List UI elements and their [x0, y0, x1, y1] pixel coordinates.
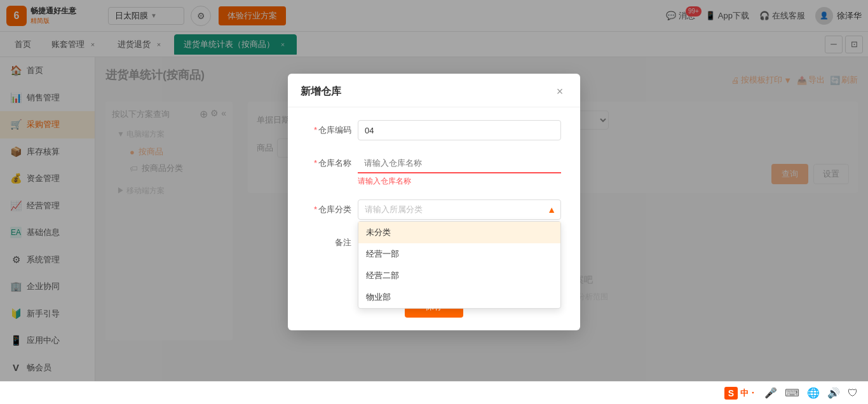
name-label: 仓库名称: [307, 153, 358, 173]
name-error-row: 请输入仓库名称: [358, 176, 411, 187]
name-error-msg: 请输入仓库名称: [358, 177, 411, 185]
keyboard-icon[interactable]: ⌨: [785, 387, 799, 399]
code-input[interactable]: [358, 120, 561, 140]
dialog-title: 新增仓库: [301, 85, 341, 98]
s-label: 中・: [740, 387, 757, 399]
category-label: 仓库分类: [307, 199, 358, 220]
category-dropdown: 未分类 经营一部 经营二部 物业部: [358, 221, 561, 309]
mic-icon[interactable]: 🎤: [764, 387, 777, 399]
s-logo-area: S 中・: [724, 387, 757, 400]
s-logo: S: [724, 387, 738, 400]
code-label: 仓库编码: [307, 120, 358, 140]
dialog-close-button[interactable]: ×: [552, 84, 567, 99]
dropdown-item-2[interactable]: 经营二部: [358, 265, 560, 286]
dropdown-item-3[interactable]: 物业部: [358, 286, 560, 308]
form-row-code: 仓库编码: [307, 120, 561, 140]
name-input[interactable]: [358, 153, 561, 173]
form-row-category: 仓库分类 请输入所属分类 ▲ 未分类 经营一部 经营二部 物业部: [307, 199, 561, 220]
translate-icon[interactable]: 🌐: [807, 387, 820, 399]
security-icon[interactable]: 🛡: [848, 387, 858, 399]
form-row-name: 仓库名称 请输入仓库名称: [307, 153, 561, 187]
dropdown-item-0[interactable]: 未分类: [358, 222, 560, 243]
category-input[interactable]: 请输入所属分类: [358, 199, 561, 220]
dialog-body: 仓库编码 仓库名称 请输入仓库名称 仓库分类 请输入所属分类 ▲: [288, 107, 580, 296]
speaker-icon[interactable]: 🔊: [827, 387, 840, 399]
dropdown-item-1[interactable]: 经营一部: [358, 243, 560, 265]
remark-label: 备注: [307, 232, 358, 253]
new-warehouse-dialog: 新增仓库 × 仓库编码 仓库名称 请输入仓库名称 仓库分类 请输入所属分类: [288, 74, 580, 330]
name-row-inner: 仓库名称: [307, 153, 561, 173]
category-select-wrapper: 请输入所属分类 ▲ 未分类 经营一部 经营二部 物业部: [358, 199, 561, 220]
category-placeholder: 请输入所属分类: [365, 204, 423, 215]
category-arrow-icon: ▲: [547, 205, 556, 215]
bottom-bar: S 中・ 🎤 ⌨ 🌐 🔊 🛡: [0, 381, 868, 404]
dialog-header: 新增仓库 ×: [288, 74, 580, 107]
